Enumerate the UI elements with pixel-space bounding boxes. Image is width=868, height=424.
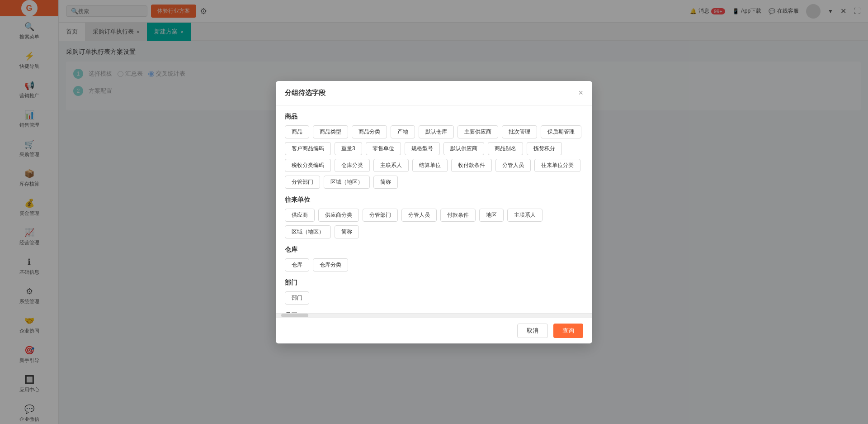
field-tag-0-13[interactable]: 商品别名: [488, 142, 523, 155]
modal-header: 分组待选字段 ×: [276, 81, 592, 105]
field-tag-1-2[interactable]: 分管部门: [363, 209, 398, 222]
field-tag-0-16[interactable]: 仓库分类: [335, 159, 370, 172]
field-tag-1-5[interactable]: 地区: [479, 209, 504, 222]
field-tag-0-8[interactable]: 客户商品编码: [285, 142, 331, 155]
modal-hscroll[interactable]: [276, 313, 592, 317]
modal-close-button[interactable]: ×: [578, 88, 583, 98]
field-tags-2: 仓库仓库分类: [285, 258, 583, 272]
field-tag-0-0[interactable]: 商品: [285, 125, 309, 138]
field-tag-0-21[interactable]: 往来单位分类: [534, 159, 580, 172]
field-tag-0-7[interactable]: 保质期管理: [541, 125, 581, 138]
field-tags-0: 商品商品类型商品分类产地默认仓库主要供应商批次管理保质期管理客户商品编码重量3零…: [285, 125, 583, 189]
field-tag-0-18[interactable]: 结算单位: [412, 159, 448, 172]
field-tag-0-17[interactable]: 主联系人: [373, 159, 409, 172]
field-tag-0-6[interactable]: 批次管理: [502, 125, 537, 138]
field-section-2: 仓库仓库仓库分类: [285, 246, 583, 272]
field-tag-0-10[interactable]: 零售单位: [366, 142, 401, 155]
field-tag-0-1[interactable]: 商品类型: [313, 125, 348, 138]
field-tag-0-5[interactable]: 主要供应商: [458, 125, 498, 138]
hscroll-thumb: [281, 314, 308, 317]
field-tag-0-3[interactable]: 产地: [391, 125, 415, 138]
field-tag-3-0[interactable]: 部门: [285, 291, 309, 305]
field-tag-0-2[interactable]: 商品分类: [352, 125, 387, 138]
field-tag-0-22[interactable]: 分管部门: [285, 176, 320, 189]
modal-overlay: 分组待选字段 × 商品商品商品类型商品分类产地默认仓库主要供应商批次管理保质期管…: [0, 0, 868, 424]
field-tag-2-1[interactable]: 仓库分类: [313, 258, 348, 272]
field-tag-0-14[interactable]: 拣货积分: [527, 142, 562, 155]
field-tag-0-20[interactable]: 分管人员: [495, 159, 531, 172]
field-tag-0-4[interactable]: 默认仓库: [419, 125, 454, 138]
field-section-0: 商品商品商品类型商品分类产地默认仓库主要供应商批次管理保质期管理客户商品编码重量…: [285, 113, 583, 189]
field-tag-0-24[interactable]: 简称: [373, 176, 398, 189]
modal-body: 商品商品商品类型商品分类产地默认仓库主要供应商批次管理保质期管理客户商品编码重量…: [276, 105, 592, 314]
field-tag-1-3[interactable]: 分管人员: [401, 209, 437, 222]
confirm-button[interactable]: 查询: [553, 324, 583, 338]
field-tag-0-15[interactable]: 税收分类编码: [285, 159, 331, 172]
modal-footer: 取消 查询: [276, 318, 592, 343]
field-tag-1-1[interactable]: 供应商分类: [318, 209, 359, 222]
field-tag-0-11[interactable]: 规格型号: [405, 142, 440, 155]
field-tag-0-23[interactable]: 区域（地区）: [324, 176, 370, 189]
field-tag-1-8[interactable]: 简称: [335, 225, 359, 238]
field-tag-0-9[interactable]: 重量3: [335, 142, 362, 155]
field-tag-2-0[interactable]: 仓库: [285, 258, 309, 272]
field-tag-1-6[interactable]: 主联系人: [507, 209, 542, 222]
field-section-3: 部门部门: [285, 279, 583, 305]
field-tag-1-7[interactable]: 区域（地区）: [285, 225, 331, 238]
modal-title: 分组待选字段: [285, 89, 326, 97]
cancel-button[interactable]: 取消: [517, 324, 548, 338]
section-title-3: 部门: [285, 279, 583, 287]
field-select-modal: 分组待选字段 × 商品商品商品类型商品分类产地默认仓库主要供应商批次管理保质期管…: [276, 81, 592, 343]
field-tag-1-4[interactable]: 付款条件: [440, 209, 476, 222]
section-title-2: 仓库: [285, 246, 583, 254]
field-tag-0-12[interactable]: 默认供应商: [443, 142, 484, 155]
field-tag-1-0[interactable]: 供应商: [285, 209, 315, 222]
field-tags-1: 供应商供应商分类分管部门分管人员付款条件地区主联系人区域（地区）简称: [285, 209, 583, 238]
field-tags-3: 部门: [285, 291, 583, 305]
field-tag-0-19[interactable]: 收付款条件: [451, 159, 492, 172]
section-title-0: 商品: [285, 113, 583, 121]
field-section-1: 往来单位供应商供应商分类分管部门分管人员付款条件地区主联系人区域（地区）简称: [285, 196, 583, 238]
section-title-1: 往来单位: [285, 196, 583, 204]
